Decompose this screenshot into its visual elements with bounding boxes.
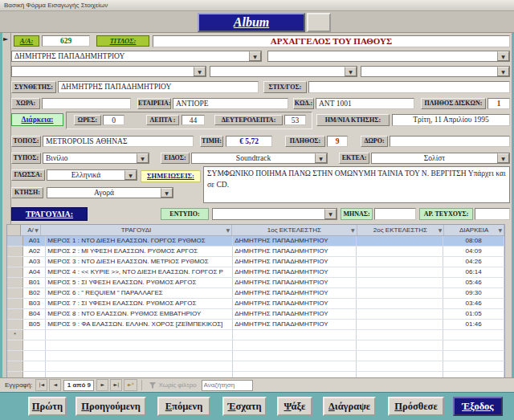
seconds-field[interactable]: 53 — [284, 115, 306, 125]
row-selector-cell[interactable] — [7, 299, 23, 308]
cell-performer2[interactable] — [357, 320, 443, 329]
cell-performer1[interactable]: ΔΗΜΗΤΡΗΣ ΠΑΠΑΔΗΜΗΤΡΙΟΥ — [233, 299, 356, 308]
artist-combo-1[interactable]: ΔΗΜΗΤΡΗΣ ΠΑΠΑΔΗΜΗΤΡΙΟΥ ▼ — [11, 51, 262, 62]
cell-performer1[interactable]: ΔΗΜΗΤΡΗΣ ΠΑΠΑΔΗΜΗΤΡΙΟΥ — [233, 320, 356, 329]
cell-song[interactable]: ΜΕΡΟΣ 2 : ΜΙ ΥΦΕΣΗ ΕΛΑΣΣΩΝ. ΡΥΘΜΟΣ ΑΡΓΟΣ — [46, 247, 233, 256]
first-record-nav-button[interactable]: |◄ — [35, 379, 47, 391]
first-record-button[interactable]: Πρώτη — [28, 397, 67, 416]
exit-button[interactable]: Έξοδος — [453, 397, 503, 416]
genre-combo[interactable]: Soundtrack ▼ — [191, 153, 328, 164]
cell-song[interactable]: ΜΕΡΟΣ 4 : << ΚΥΡΙΕ >>, ΝΤΟ ΔΙΕΣΗ ΕΛΑΣΣΩΝ… — [46, 267, 233, 277]
header-cell-performer1[interactable]: 1ος ΕΚΤΕΛΕΣΤΗΣ▼ — [232, 225, 357, 235]
discs-count-field[interactable]: 1 — [487, 98, 510, 109]
cell-song[interactable]: ΜΕΡΟΣ 8 : ΝΤΟ ΕΛΑΣΣΩΝ. ΡΥΘΜΟΣ ΕΜΒΑΤΗΡΙΟΥ — [46, 309, 233, 319]
table-row[interactable]: A03ΜΕΡΟΣ 3 : ΝΤΟ ΔΙΕΣΗ ΕΛΑΣΣΩΝ. ΜΕΤΡΙΟΣ … — [7, 257, 504, 267]
duration-label[interactable]: Διάρκεια: — [11, 113, 63, 126]
cell-song[interactable] — [46, 330, 233, 340]
type-combo[interactable]: Βινίλιο ▼ — [43, 153, 149, 164]
next-record-button[interactable]: Επόμενη — [157, 397, 210, 416]
row-selector-cell[interactable] — [7, 236, 23, 246]
composer-field[interactable]: ΔΗΜΗΤΡΗΣ ΠΑΠΑΔΗΜΗΤΡΙΟΥ — [58, 81, 259, 93]
cell-duration[interactable]: 01:05 — [443, 309, 504, 319]
search-input[interactable] — [202, 380, 253, 391]
cell-performer2[interactable] — [357, 278, 443, 287]
add-button[interactable]: Πρόσθεσε — [388, 397, 444, 416]
code-field[interactable]: ANT 1001 — [316, 98, 414, 109]
row-selector-cell[interactable] — [7, 278, 23, 287]
artist-combo-2[interactable]: ▼ — [267, 51, 510, 62]
new-record-row[interactable]: * — [7, 330, 504, 340]
cell-performer1[interactable]: ΔΗΜΗΤΡΗΣ ΠΑΠΑΔΗΜΗΤΡΙΟΥ — [233, 288, 356, 298]
country-field[interactable] — [42, 98, 131, 109]
cell-song[interactable]: ΜΕΡΟΣ 5 : ΣΙ ΥΦΕΣΗ ΕΛΑΣΣΩΝ. ΡΥΘΜΟΣ ΑΡΓΟΣ — [46, 278, 233, 287]
lyricist-field[interactable] — [308, 81, 510, 93]
table-row[interactable]: A04ΜΕΡΟΣ 4 : << ΚΥΡΙΕ >>, ΝΤΟ ΔΙΕΣΗ ΕΛΑΣ… — [7, 267, 504, 278]
cell-duration[interactable]: 09:30 — [443, 288, 504, 298]
no-filter-label[interactable]: Χωρίς φίλτρο — [158, 381, 196, 389]
chevron-down-icon[interactable]: ▼ — [345, 67, 357, 76]
notes-field[interactable]: ΣΥΜΦΩΝΙΚΟ ΠΟΙΗΜΑ ΠΑΝΩ ΣΤΗΝ ΟΜΩΝΥΜΗ ΤΑΙΝΙ… — [203, 166, 510, 203]
cell-aa[interactable]: A02 — [23, 247, 46, 256]
aa-field[interactable]: 629 — [42, 35, 90, 47]
cell-duration[interactable]: 05:46 — [443, 278, 504, 287]
header-cell-song[interactable]: ΤΡΑΓΟΥΔΙ▼ — [41, 225, 232, 235]
cell-performer1[interactable] — [233, 330, 356, 340]
table-row[interactable]: B04ΜΕΡΟΣ 8 : ΝΤΟ ΕΛΑΣΣΩΝ. ΡΥΘΜΟΣ ΕΜΒΑΤΗΡ… — [7, 309, 504, 320]
cell-song[interactable]: ΜΕΡΟΣ 1 : ΝΤΟ ΔΙΕΣΗ ΕΛΑΣΣΩΝ. ΓΟΡΓΟΣ ΡΥΘΜ… — [46, 236, 233, 246]
price-field[interactable]: € 5,72 — [226, 136, 272, 147]
table-row[interactable]: B01ΜΕΡΟΣ 5 : ΣΙ ΥΦΕΣΗ ΕΛΑΣΣΩΝ. ΡΥΘΜΟΣ ΑΡ… — [7, 278, 504, 288]
cell-aa[interactable]: B04 — [23, 309, 46, 319]
search-button[interactable]: Ψάξε — [277, 397, 312, 416]
issue-number-field[interactable] — [475, 208, 510, 220]
chevron-down-icon[interactable]: ▼ — [137, 153, 149, 163]
cell-performer1[interactable]: ΔΗΜΗΤΡΗΣ ΠΑΠΑΔΗΜΗΤΡΙΟΥ — [233, 309, 356, 319]
cell-aa[interactable]: B05 — [23, 320, 46, 329]
performer-kind-combo[interactable]: Σολίστ ▼ — [371, 153, 510, 164]
print-combo[interactable]: ▼ — [212, 208, 337, 220]
cell-performer1[interactable]: ΔΗΜΗΤΡΗΣ ΠΑΠΑΔΗΜΗΤΡΙΟΥ — [233, 247, 356, 256]
chevron-down-icon[interactable]: ▼ — [497, 67, 509, 76]
row-selector-cell[interactable] — [7, 309, 23, 319]
delete-button[interactable]: Διάγραψε — [323, 397, 376, 416]
table-row[interactable]: B02ΜΕΡΟΣ 6 : " REQUIEM " ΠΑΡΑΛΛΑΓΕΣΔΗΜΗΤ… — [7, 288, 504, 299]
cell-duration[interactable]: 01:46 — [443, 320, 504, 329]
title-field[interactable]: ΑΡΧΑΓΓΕΛΟΣ ΤΟΥ ΠΑΘΟΥΣ — [153, 35, 510, 47]
cell-aa[interactable]: A03 — [23, 257, 46, 267]
cell-song[interactable]: ΜΕΡΟΣ 9 : ΦΑ ΕΛΑΣΣΩΝ. ΕΛΛΗΝ. ΧΟΡΟΣ [ΖΕΪΜ… — [46, 320, 233, 329]
last-record-nav-button[interactable]: ►| — [110, 379, 122, 391]
header-cell-performer2[interactable]: 2ος ΕΚΤΕΛΕΣΤΗΣ▼ — [357, 225, 445, 235]
chevron-down-icon[interactable]: ▼ — [161, 188, 173, 198]
cell-aa[interactable] — [23, 330, 46, 340]
cell-performer1[interactable]: ΔΗΜΗΤΡΗΣ ΠΑΠΑΔΗΜΗΤΡΙΟΥ — [233, 278, 356, 287]
row-selector-cell[interactable] — [7, 288, 23, 298]
table-row[interactable]: A02ΜΕΡΟΣ 2 : ΜΙ ΥΦΕΣΗ ΕΛΑΣΣΩΝ. ΡΥΘΜΟΣ ΑΡ… — [7, 247, 504, 257]
cell-aa[interactable]: A04 — [23, 267, 46, 277]
cell-duration[interactable] — [443, 330, 504, 340]
cell-performer1[interactable]: ΔΗΜΗΤΡΗΣ ΠΑΠΑΔΗΜΗΤΡΙΟΥ — [233, 267, 356, 277]
table-row[interactable]: B03ΜΕΡΟΣ 7 : ΣΙ ΥΦΕΣΗ ΕΛΑΣΣΩΝ. ΡΥΘΜΟΣ ΑΡ… — [7, 299, 504, 309]
cell-performer2[interactable] — [357, 330, 443, 340]
artist-combo-4[interactable]: ▼ — [210, 66, 357, 77]
cell-aa[interactable]: B01 — [23, 278, 46, 287]
cell-performer1[interactable]: ΔΗΜΗΤΡΗΣ ΠΑΠΑΔΗΜΗΤΡΙΟΥ — [233, 257, 356, 267]
cell-duration[interactable]: 08:08 — [443, 236, 504, 246]
chevron-down-icon[interactable]: ▼ — [194, 67, 206, 76]
acquisition-date-field[interactable]: Τρίτη, 11 Απριλίου 1995 — [392, 114, 510, 126]
cell-performer2[interactable] — [357, 257, 443, 267]
cell-aa[interactable]: B03 — [23, 299, 46, 308]
last-record-button[interactable]: Έσχατη — [222, 397, 267, 416]
month-field[interactable] — [374, 208, 416, 220]
cell-duration[interactable]: 03:46 — [443, 299, 504, 308]
acquisition-combo[interactable]: Αγορά ▼ — [47, 187, 173, 198]
new-record-nav-button[interactable]: ►* — [124, 379, 137, 391]
cell-performer2[interactable] — [357, 236, 443, 246]
cell-performer1[interactable]: ΔΗΜΗΤΡΗΣ ΠΑΠΑΔΗΜΗΤΡΙΟΥ — [233, 236, 356, 246]
header-cell-aa[interactable]: Α/▼ — [21, 225, 41, 235]
next-record-nav-button[interactable]: ► — [96, 379, 108, 391]
row-selector-cell[interactable] — [7, 320, 23, 329]
hours-field[interactable]: 0 — [103, 115, 124, 125]
row-selector-cell[interactable] — [7, 267, 23, 277]
previous-record-button[interactable]: Προηγούμενη — [75, 397, 146, 416]
header-cell-duration[interactable]: ΔΙΑΡΚΕΙΑ▼ — [444, 225, 504, 235]
cell-performer2[interactable] — [357, 288, 443, 298]
